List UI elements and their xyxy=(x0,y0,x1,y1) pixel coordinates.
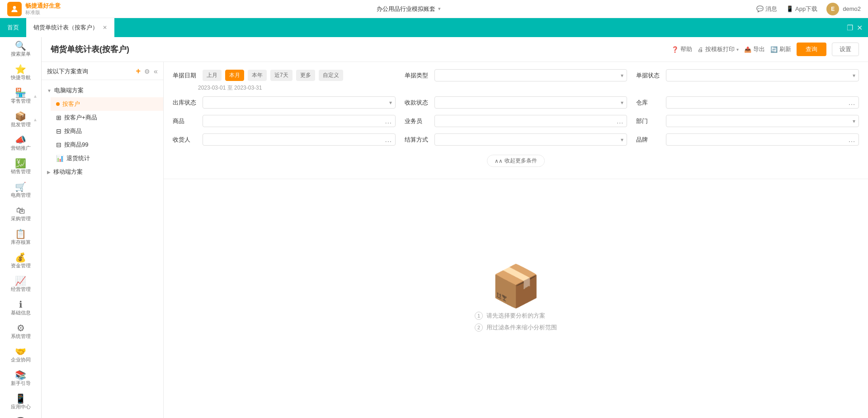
tree-group-mobile-arrow: ▶ xyxy=(47,170,51,175)
date-btn-more[interactable]: 更多 xyxy=(296,70,315,81)
settlement-select-wrapper xyxy=(434,133,627,146)
date-label: 单据日期 xyxy=(173,71,198,80)
settlement-select[interactable] xyxy=(434,133,627,146)
date-btn-this-month[interactable]: 本月 xyxy=(225,70,244,81)
restore-icon[interactable]: ❐ xyxy=(847,24,853,32)
sales-mgmt-icon: 💹 xyxy=(15,159,26,168)
tree-leaf-by-product[interactable]: ⊟ 按商品 xyxy=(51,124,163,138)
query-button[interactable]: 查询 xyxy=(797,43,826,56)
tip-num-2: 2 xyxy=(475,323,483,332)
doc-type-select[interactable] xyxy=(434,69,627,81)
print-btn[interactable]: 🖨 按模板打印 ▾ xyxy=(698,45,739,53)
avatar: E xyxy=(826,3,839,15)
tab-sales-stats[interactable]: 销货单统计表（按客户） ✕ xyxy=(26,18,114,37)
out-status-select-wrapper xyxy=(203,96,396,109)
sidebar-item-retail-mgmt[interactable]: 🏪 零售管理 ▲ xyxy=(0,84,41,108)
print-icon: 🖨 xyxy=(698,46,703,53)
filter-row-warehouse: 仓库 … xyxy=(636,96,859,109)
sidebar-item-new-guide[interactable]: 📚 新手引导 xyxy=(0,366,41,390)
sidebar-item-enterprise-wechat[interactable]: 💬 企业微信 xyxy=(0,413,41,418)
export-btn[interactable]: 📤 导出 xyxy=(744,45,765,53)
date-btn-last-month[interactable]: 上月 xyxy=(203,70,222,81)
tree-leaf-return-stats[interactable]: 📊 退货统计 xyxy=(51,152,163,165)
payment-status-select[interactable] xyxy=(434,96,627,109)
refresh-btn[interactable]: 🔄 刷新 xyxy=(770,45,791,53)
sidebar-item-enterprise-coop[interactable]: 🤝 企业协同 xyxy=(0,343,41,366)
settlement-label: 结算方式 xyxy=(405,136,430,144)
tree-group-mobile-header[interactable]: ▶ 移动端方案 xyxy=(42,165,163,179)
tree-group-mobile: ▶ 移动端方案 xyxy=(42,165,163,179)
doc-status-select[interactable] xyxy=(666,69,859,81)
sidebar-item-system-mgmt[interactable]: ⚙ 系统管理 xyxy=(0,319,41,343)
tree-leaf-by-product-99[interactable]: ⊟ 按商品99 xyxy=(51,138,163,152)
out-status-select[interactable] xyxy=(203,96,396,109)
salesperson-dots[interactable]: … xyxy=(613,117,626,125)
filter-row-doc-status: 单据状态 xyxy=(636,69,859,81)
product-dots[interactable]: … xyxy=(382,117,395,125)
tab-close-icon[interactable]: ✕ xyxy=(103,24,107,31)
header-right: 💬 消息 📱 App下载 E demo2 xyxy=(756,3,861,15)
message-btn[interactable]: 💬 消息 xyxy=(756,5,777,13)
app-download-btn[interactable]: 📱 App下载 xyxy=(786,5,817,13)
sidebar-item-ecommerce[interactable]: 🛒 电商管理 xyxy=(0,178,41,202)
sidebar-item-inventory[interactable]: 📋 库存核算 xyxy=(0,225,41,249)
scheme-tree: ▼ 电脑端方案 按客户 ⊞ 按客户+商品 xyxy=(42,80,163,418)
date-btn-this-year[interactable]: 本年 xyxy=(248,70,267,81)
tree-leaf-return-stats-label: 退货统计 xyxy=(66,154,90,162)
department-select[interactable] xyxy=(666,115,859,127)
date-btn-custom[interactable]: 自定义 xyxy=(319,70,343,81)
product-input[interactable] xyxy=(203,115,396,127)
receiver-dots[interactable]: … xyxy=(382,136,395,144)
settings-button[interactable]: 设置 xyxy=(832,43,859,56)
brand-dots[interactable]: … xyxy=(845,136,858,144)
home-tab-label: 首页 xyxy=(7,24,19,32)
marketing-icon: 📣 xyxy=(15,135,26,144)
tree-leaf-by-customer[interactable]: 按客户 xyxy=(51,97,163,111)
help-btn[interactable]: ❓ 帮助 xyxy=(671,45,692,53)
sidebar-item-finance[interactable]: 💰 资金管理 xyxy=(0,249,41,272)
receiver-input[interactable] xyxy=(203,133,396,146)
warehouse-dots[interactable]: … xyxy=(845,99,858,107)
filter-row-receiver: 收货人 … xyxy=(173,133,396,146)
sidebar-item-purchase-mgmt[interactable]: 🛍 采购管理 xyxy=(0,202,41,225)
sidebar-item-operations[interactable]: 📈 经营管理 xyxy=(0,272,41,296)
tree-leaf-by-product-99-label: 按商品99 xyxy=(64,141,88,149)
payment-status-select-wrapper xyxy=(434,96,627,109)
empty-tip-2: 2 用过滤条件来缩小分析范围 xyxy=(475,323,557,332)
empty-tip-1: 1 请先选择要分析的方案 xyxy=(475,312,557,320)
scheme-add-icon[interactable]: + xyxy=(136,66,141,76)
doc-type-label: 单据类型 xyxy=(405,71,430,80)
warehouse-input[interactable] xyxy=(666,96,859,109)
sidebar-item-basic-info[interactable]: ℹ 基础信息 xyxy=(0,296,41,319)
new-guide-icon: 📚 xyxy=(15,370,26,380)
sidebar-item-search-menu[interactable]: 🔍 搜索菜单 xyxy=(0,37,41,61)
salesperson-input[interactable] xyxy=(434,115,627,127)
brand-label: 品牌 xyxy=(636,136,661,144)
tree-group-desktop-children: 按客户 ⊞ 按客户+商品 ⊟ 按商品 ⊟ xyxy=(42,97,163,165)
tree-group-desktop-header[interactable]: ▼ 电脑端方案 xyxy=(42,84,163,97)
sidebar-item-marketing[interactable]: 📣 营销推广 xyxy=(0,131,41,155)
scheme-settings-icon[interactable]: ⚙ xyxy=(144,68,150,75)
sidebar-item-wholesale-mgmt[interactable]: 📦 批发管理 ▲ xyxy=(0,108,41,131)
collapse-btn[interactable]: ∧∧ 收起更多条件 xyxy=(487,155,545,167)
filter-row-department: 部门 xyxy=(636,115,859,127)
date-btn-last-7-days[interactable]: 近7天 xyxy=(270,70,292,81)
tree-leaf-by-customer-product[interactable]: ⊞ 按客户+商品 xyxy=(51,111,163,124)
sidebar-item-app-center[interactable]: 📱 应用中心 xyxy=(0,390,41,413)
logo-area: 畅捷通好生意 标准版 xyxy=(7,2,61,16)
close-tab-icon[interactable]: ✕ xyxy=(857,24,863,32)
tab-home[interactable]: 首页 xyxy=(0,18,26,37)
system-selector[interactable]: 办公用品行业模拟账套 ▾ xyxy=(377,5,441,13)
scheme-collapse-icon[interactable]: « xyxy=(154,67,158,76)
sidebar-item-quick-nav[interactable]: ⭐ 快捷导航 xyxy=(0,61,41,84)
doc-status-select-wrapper xyxy=(666,69,859,81)
brand-input[interactable] xyxy=(666,133,859,146)
print-dropdown-icon: ▾ xyxy=(736,47,739,52)
logo-icon xyxy=(7,2,22,16)
retail-mgmt-icon: 🏪 xyxy=(15,88,26,97)
user-area[interactable]: E demo2 xyxy=(826,3,861,15)
sidebar-item-sales-mgmt[interactable]: 💹 销售管理 xyxy=(0,155,41,178)
scheme-header-actions: + ⚙ « xyxy=(136,66,158,76)
scheme-header: 按以下方案查询 + ⚙ « xyxy=(42,62,163,80)
purchase-mgmt-icon: 🛍 xyxy=(16,206,25,215)
